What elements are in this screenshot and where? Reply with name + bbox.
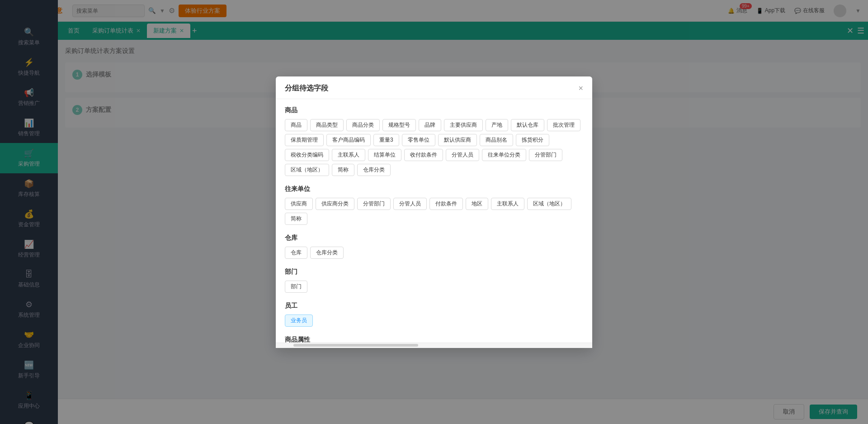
modal-header: 分组待选字段 × (276, 76, 592, 99)
field-tag-partner-5[interactable]: 地区 (466, 198, 488, 210)
modal-dialog: 分组待选字段 × 商品商品商品类型商品分类规格型号品牌主要供应商产地默认仓库批次… (276, 76, 592, 348)
field-tag-partner-2[interactable]: 分管部门 (357, 198, 391, 210)
field-tag-partner-6[interactable]: 主联系人 (491, 198, 524, 210)
field-tag-goods-22[interactable]: 分管部门 (529, 149, 562, 161)
field-tag-goods-9[interactable]: 保质期管理 (285, 134, 324, 146)
field-tag-goods-15[interactable]: 拣货积分 (516, 134, 549, 146)
modal-overlay: 分组待选字段 × 商品商品商品类型商品分类规格型号品牌主要供应商产地默认仓库批次… (0, 0, 868, 424)
field-tag-goods-0[interactable]: 商品 (285, 119, 307, 131)
section-tags-partner: 供应商供应商分类分管部门分管人员付款条件地区主联系人区域（地区）简称 (285, 198, 583, 225)
field-tag-goods-4[interactable]: 品牌 (419, 119, 441, 131)
section-tags-warehouse: 仓库仓库分类 (285, 247, 583, 259)
field-tag-goods-24[interactable]: 简称 (332, 164, 354, 176)
field-tag-goods-3[interactable]: 规格型号 (382, 119, 416, 131)
field-tag-goods-1[interactable]: 商品类型 (310, 119, 344, 131)
field-tag-goods-6[interactable]: 产地 (486, 119, 508, 131)
field-tag-goods-19[interactable]: 收付款条件 (404, 149, 443, 161)
modal-title: 分组待选字段 (285, 84, 328, 93)
field-tag-partner-0[interactable]: 供应商 (285, 198, 313, 210)
field-tag-goods-8[interactable]: 批次管理 (547, 119, 580, 131)
field-tag-goods-11[interactable]: 重量3 (373, 134, 399, 146)
field-tag-warehouse-0[interactable]: 仓库 (285, 247, 307, 259)
section-title-department: 部门 (285, 268, 583, 276)
field-tag-goods-13[interactable]: 默认供应商 (438, 134, 477, 146)
modal-section-goodsattr: 商品属性属性颜色多规格尺码鞋码1 (285, 336, 583, 343)
section-tags-goods: 商品商品类型商品分类规格型号品牌主要供应商产地默认仓库批次管理保质期管理客户商品… (285, 119, 583, 176)
field-tag-department-0[interactable]: 部门 (285, 281, 307, 293)
field-tag-goods-5[interactable]: 主要供应商 (444, 119, 483, 131)
modal-close-button[interactable]: × (578, 84, 583, 93)
modal-body: 商品商品商品类型商品分类规格型号品牌主要供应商产地默认仓库批次管理保质期管理客户… (276, 99, 592, 343)
section-tags-employee: 业务员 (285, 314, 583, 327)
field-tag-goods-2[interactable]: 商品分类 (346, 119, 380, 131)
field-tag-goods-10[interactable]: 客户商品编码 (326, 134, 371, 146)
section-title-warehouse: 仓库 (285, 234, 583, 242)
field-tag-goods-18[interactable]: 结算单位 (368, 149, 401, 161)
section-title-goods: 商品 (285, 106, 583, 114)
field-tag-partner-8[interactable]: 简称 (285, 213, 307, 225)
field-tag-goods-20[interactable]: 分管人员 (446, 149, 479, 161)
field-tag-goods-12[interactable]: 零售单位 (402, 134, 435, 146)
field-tag-goods-14[interactable]: 商品别名 (480, 134, 513, 146)
field-tag-goods-16[interactable]: 税收分类编码 (285, 149, 329, 161)
section-title-partner: 往来单位 (285, 185, 583, 193)
modal-section-partner: 往来单位供应商供应商分类分管部门分管人员付款条件地区主联系人区域（地区）简称 (285, 185, 583, 225)
modal-section-department: 部门部门 (285, 268, 583, 293)
modal-scrollbar-thumb[interactable] (293, 344, 419, 347)
modal-section-warehouse: 仓库仓库仓库分类 (285, 234, 583, 259)
field-tag-goods-7[interactable]: 默认仓库 (511, 119, 544, 131)
field-tag-goods-17[interactable]: 主联系人 (332, 149, 365, 161)
field-tag-partner-4[interactable]: 付款条件 (429, 198, 463, 210)
field-tag-goods-25[interactable]: 仓库分类 (357, 164, 391, 176)
field-tag-warehouse-1[interactable]: 仓库分类 (310, 247, 344, 259)
field-tag-partner-7[interactable]: 区域（地区） (527, 198, 571, 210)
section-tags-department: 部门 (285, 281, 583, 293)
section-title-employee: 员工 (285, 302, 583, 310)
field-tag-goods-23[interactable]: 区域（地区） (285, 164, 329, 176)
field-tag-goods-21[interactable]: 往来单位分类 (482, 149, 526, 161)
section-title-goodsattr: 商品属性 (285, 336, 583, 343)
modal-section-employee: 员工业务员 (285, 302, 583, 327)
field-tag-partner-1[interactable]: 供应商分类 (316, 198, 354, 210)
modal-horizontal-scrollbar[interactable] (276, 343, 592, 348)
field-tag-partner-3[interactable]: 分管人员 (393, 198, 427, 210)
modal-section-goods: 商品商品商品类型商品分类规格型号品牌主要供应商产地默认仓库批次管理保质期管理客户… (285, 106, 583, 176)
field-tag-employee-0[interactable]: 业务员 (285, 314, 313, 327)
